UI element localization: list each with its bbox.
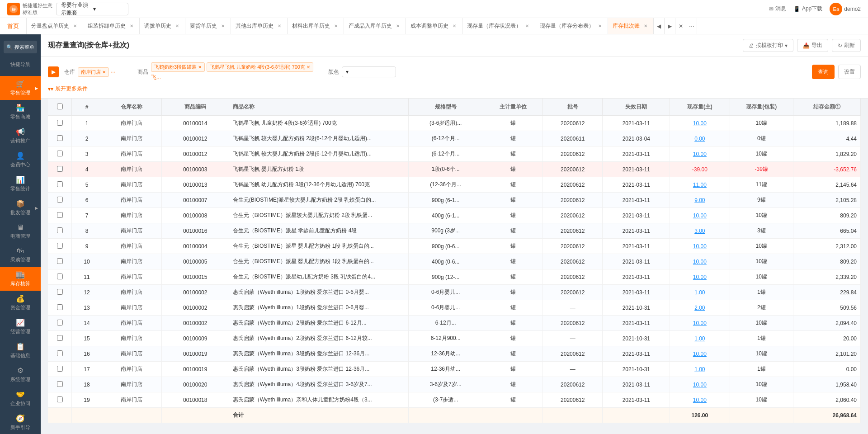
tab-home[interactable]: 首页 — [0, 18, 27, 34]
row-stock-main[interactable]: 1.00 — [670, 362, 730, 377]
row-checkbox[interactable] — [48, 146, 72, 162]
close-icon[interactable]: ✕ — [395, 23, 401, 29]
message-btn[interactable]: ✉ 消息 — [769, 5, 786, 13]
close-icon[interactable]: ✕ — [597, 23, 603, 29]
row-checkbox[interactable] — [48, 193, 72, 208]
settings-btn[interactable]: 设置 — [838, 65, 861, 79]
row-stock-main[interactable]: 0.00 — [670, 131, 730, 146]
sidebar-item-retail-shop[interactable]: 🏪 零售商城 — [0, 100, 41, 124]
close-icon[interactable]: ✕ — [642, 23, 649, 29]
row-stock-main[interactable]: 10.00 — [670, 146, 730, 162]
row-checkbox[interactable] — [48, 269, 72, 285]
row-checkbox[interactable] — [48, 162, 72, 177]
sidebar-item-retail-mgmt[interactable]: 🛒 零售管理 ▶ — [0, 76, 41, 100]
tab-qitachu[interactable]: 其他出库单历史 ✕ — [231, 18, 288, 34]
row-stock-main[interactable]: 10.00 — [670, 116, 730, 131]
sidebar-item-newguide[interactable]: 🧭 新手引导 — [0, 410, 41, 434]
tab-chengben[interactable]: 成本调整单历史 ✕ — [406, 18, 462, 34]
row-stock-main[interactable]: 10.00 — [670, 316, 730, 331]
app-download-btn[interactable]: 📱 App下载 — [793, 5, 822, 13]
tab-xiancun2[interactable]: 现存量（库存分布表） ✕ — [535, 18, 608, 34]
remove-tag-icon[interactable]: ✕ — [102, 70, 106, 75]
th-checkbox[interactable] — [48, 99, 72, 116]
row-checkbox[interactable] — [48, 285, 72, 300]
print-btn[interactable]: 🖨 按模板打印 ▾ — [743, 39, 793, 52]
export-btn[interactable]: 📥 导出 — [797, 39, 828, 52]
row-stock-main[interactable]: 2.00 — [670, 300, 730, 316]
sidebar-item-member[interactable]: 👤 会员中心 — [0, 148, 41, 172]
row-checkbox[interactable] — [48, 223, 72, 239]
sidebar-item-basic[interactable]: 📋 基础信息 — [0, 339, 41, 363]
user-menu[interactable]: Ea demo2 — [830, 3, 861, 15]
sidebar-item-marketing[interactable]: 📢 营销推广 — [0, 124, 41, 148]
row-stock-main[interactable]: 10.00 — [670, 254, 730, 269]
refresh-btn[interactable]: ↻ 刷新 — [832, 39, 861, 52]
tab-fenpan[interactable]: 分量盘点单历史 ✕ — [27, 18, 83, 34]
sidebar-item-retail-stats[interactable]: 📊 零售统计 — [0, 172, 41, 196]
row-stock-main[interactable]: 9.00 — [670, 193, 730, 208]
sidebar-item-inventory[interactable]: 🏬 库存核算 — [0, 267, 41, 291]
row-checkbox[interactable] — [48, 131, 72, 146]
sidebar-item-wholesale[interactable]: 📦 批发管理 ▶ — [0, 196, 41, 220]
row-checkbox[interactable] — [48, 392, 72, 408]
row-checkbox[interactable] — [48, 362, 72, 377]
row-checkbox[interactable] — [48, 239, 72, 254]
expand-conditions-btn[interactable]: ▾▾ 展开更多条件 — [48, 85, 861, 93]
row-checkbox[interactable] — [48, 300, 72, 316]
remove-tag-icon[interactable]: ✕ — [307, 65, 310, 70]
query-btn[interactable]: 查询 — [812, 65, 835, 79]
tab-next-btn[interactable]: ▶ — [665, 18, 675, 34]
row-stock-main[interactable]: 3.00 — [670, 223, 730, 239]
sidebar-item-enterprise[interactable]: 🤝 企业协同 — [0, 387, 41, 410]
row-stock-main[interactable]: 10.00 — [670, 239, 730, 254]
tab-zuzhuan[interactable]: 组装拆卸单历史 ✕ — [83, 18, 140, 34]
close-icon[interactable]: ✕ — [524, 23, 530, 29]
tab-chancheng[interactable]: 产成品入库单历史 ✕ — [344, 18, 406, 34]
row-stock-main[interactable]: -39.00 — [670, 162, 730, 177]
row-checkbox[interactable] — [48, 116, 72, 131]
company-selector[interactable]: 母婴行业演示账套 ▾ — [56, 3, 128, 15]
row-stock-main[interactable]: 10.00 — [670, 377, 730, 392]
sidebar-item-system[interactable]: ⚙ 系统管理 — [0, 363, 41, 387]
sidebar-item-ecommerce[interactable]: 🖥 电商管理 — [0, 220, 41, 243]
row-checkbox[interactable] — [48, 208, 72, 223]
sidebar-item-operation[interactable]: 📈 经营管理 — [0, 315, 41, 339]
tab-close-all-btn[interactable]: ✕ — [675, 18, 686, 34]
quick-nav-btn[interactable]: 快捷导航 — [4, 58, 37, 71]
row-checkbox[interactable] — [48, 177, 72, 193]
filter-more-btn[interactable]: ··· — [111, 69, 115, 75]
sidebar-item-purchase[interactable]: 🛍 采购管理 — [0, 243, 41, 267]
tab-diaob[interactable]: 调拨单历史 ✕ — [140, 18, 185, 34]
product-more-btn[interactable]: 飞... — [151, 74, 161, 81]
close-icon[interactable]: ✕ — [72, 23, 78, 29]
row-stock-main[interactable]: 10.00 — [670, 269, 730, 285]
row-stock-main[interactable]: 10.00 — [670, 392, 730, 408]
row-stock-main[interactable]: 10.00 — [670, 346, 730, 362]
remove-tag-icon[interactable]: ✕ — [198, 65, 202, 70]
row-checkbox[interactable] — [48, 254, 72, 269]
row-stock-main[interactable]: 1.00 — [670, 331, 730, 346]
sidebar-item-finance[interactable]: 💰 资金管理 — [0, 291, 41, 315]
tab-expand-btn[interactable]: ⋯ — [686, 18, 697, 34]
close-icon[interactable]: ✕ — [220, 23, 226, 29]
color-select[interactable]: ▾ — [342, 66, 396, 77]
filter-expand-arrow[interactable]: ▶ — [48, 66, 59, 77]
search-menu-btn[interactable]: 🔍 搜索菜单 — [4, 41, 37, 53]
row-checkbox[interactable] — [48, 346, 72, 362]
tab-cailiao[interactable]: 材料出库单历史 ✕ — [288, 18, 344, 34]
row-checkbox[interactable] — [48, 377, 72, 392]
row-stock-main[interactable]: 10.00 — [670, 208, 730, 223]
close-icon[interactable]: ✕ — [451, 23, 458, 29]
close-icon[interactable]: ✕ — [276, 23, 283, 29]
tab-prev-btn[interactable]: ◀ — [654, 18, 665, 34]
tab-kupicizh[interactable]: 库存批次账 ✕ — [608, 18, 654, 34]
row-stock-main[interactable]: 1.00 — [670, 285, 730, 300]
tab-yaohuo[interactable]: 要货单历史 ✕ — [185, 18, 231, 34]
select-all-checkbox[interactable] — [57, 104, 63, 109]
close-icon[interactable]: ✕ — [128, 23, 135, 29]
row-checkbox[interactable] — [48, 331, 72, 346]
row-checkbox[interactable] — [48, 316, 72, 331]
close-icon[interactable]: ✕ — [333, 23, 339, 29]
tab-xiancun1[interactable]: 现存量（库存状况表） ✕ — [462, 18, 535, 34]
close-icon[interactable]: ✕ — [174, 23, 180, 29]
